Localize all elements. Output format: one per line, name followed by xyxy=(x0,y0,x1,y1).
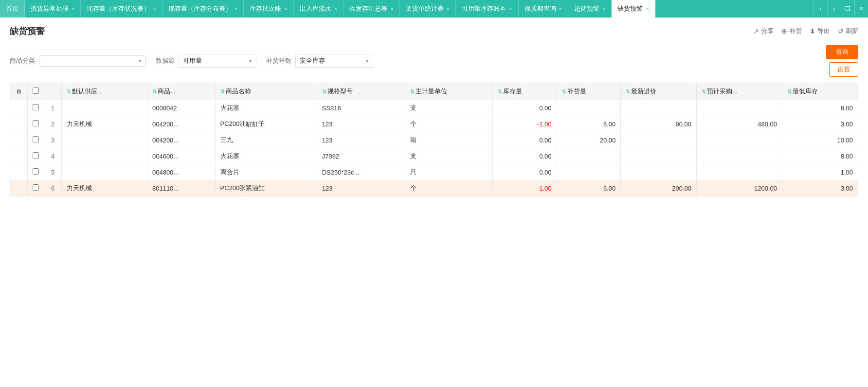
datasource-select[interactable]: 可用量 ▾ xyxy=(179,54,256,68)
tab-bar: 首页拣货异常处理×现存量（库存状况表）×现存量（库存分布表）×库存批次账×出入库… xyxy=(0,0,868,18)
min-stock-column-header[interactable]: ⇅最低库存 xyxy=(782,83,858,100)
min-stock-cell: 8.00 xyxy=(782,100,858,116)
product-code-column-header[interactable]: ⇅商品... xyxy=(147,83,215,100)
settings-button[interactable]: 设置 xyxy=(829,62,858,77)
tab-scroll-right[interactable]: › xyxy=(827,0,841,18)
export-label: 导出 xyxy=(817,27,830,35)
tab-close-inout-flow[interactable]: × xyxy=(334,6,337,12)
datasource-arrow-icon: ▾ xyxy=(249,58,252,64)
est-purchase-column-header[interactable]: ⇅预计采购... xyxy=(697,83,782,100)
tab-close-inventory-status[interactable]: × xyxy=(153,6,156,12)
tab-scroll-left[interactable]: ‹ xyxy=(814,0,827,18)
row-checkbox[interactable] xyxy=(33,168,39,175)
tab-overstock[interactable]: 超储预警× xyxy=(568,0,612,18)
spec-column-header[interactable]: ⇅规格型号 xyxy=(317,83,405,100)
tab-close-batch[interactable]: × xyxy=(284,6,287,12)
select-all-checkbox[interactable] xyxy=(33,88,39,94)
tab-inventory-dist[interactable]: 现存量（库存分布表）× xyxy=(163,0,244,18)
tab-label: 库存批次账 xyxy=(250,4,281,13)
est-purchase-cell xyxy=(697,132,782,148)
unit-cell: 个 xyxy=(405,180,492,196)
rownum-column-header xyxy=(44,83,62,100)
header-row: ⚙ ⇅默认供应... ⇅商品... ⇅商品名称 ⇅规格型号 ⇅主计量单位 ⇅库存… xyxy=(10,83,858,100)
tab-close-overstock[interactable]: × xyxy=(602,6,605,12)
replenish-button[interactable]: ⊕ 补货 xyxy=(781,27,802,35)
latest-price-cell: 200.00 xyxy=(621,180,697,196)
unit-cell: 个 xyxy=(405,116,492,132)
min-stock-cell: 3.00 xyxy=(782,180,858,196)
gear-column-header[interactable]: ⚙ xyxy=(10,83,28,100)
checkbox-column-header[interactable] xyxy=(28,83,44,100)
min-stock-cell: 3.00 xyxy=(782,116,858,132)
export-button[interactable]: ⬇ 导出 xyxy=(810,27,830,35)
datasource-label: 数据源 xyxy=(156,56,175,65)
tab-shortage[interactable]: 缺货预警× xyxy=(612,0,655,18)
tab-inout-flow[interactable]: 出入库流水× xyxy=(294,0,344,18)
tab-label: 缺货预警 xyxy=(617,4,643,13)
tab-close-avail-ledger[interactable]: × xyxy=(509,6,512,12)
product-name-cell: 火花塞 xyxy=(215,148,317,164)
supplier-cell xyxy=(62,132,147,148)
category-select[interactable]: ▾ xyxy=(39,55,146,67)
checkbox-cell[interactable] xyxy=(28,148,44,164)
window-restore-btn[interactable]: ❐ xyxy=(841,0,854,18)
row-checkbox[interactable] xyxy=(33,152,39,158)
row-checkbox[interactable] xyxy=(33,120,39,126)
product-name-cell: 火花塞 xyxy=(215,100,317,116)
product-name-column-header[interactable]: ⇅商品名称 xyxy=(215,83,317,100)
gear-cell xyxy=(10,100,28,116)
row-checkbox[interactable] xyxy=(33,136,39,142)
tab-close-exception[interactable]: × xyxy=(72,6,74,12)
tab-close-order-stats[interactable]: × xyxy=(447,6,450,12)
latest-price-cell xyxy=(621,148,697,164)
tab-close-recv-summary[interactable]: × xyxy=(390,6,393,12)
checkbox-cell[interactable] xyxy=(28,100,44,116)
product-code-cell: 004200... xyxy=(147,132,215,148)
supplier-column-header[interactable]: ⇅默认供应... xyxy=(62,83,147,100)
replenish-basis-filter-group: 补货基数 安全库存 ▾ xyxy=(266,54,373,68)
product-name-cell: PC200油缸缸子 xyxy=(215,116,317,132)
window-close-btn[interactable]: × xyxy=(854,0,868,18)
tab-label: 可用量库存账本 xyxy=(462,4,506,13)
tab-exception[interactable]: 拣货异常处理× xyxy=(25,0,81,18)
supplier-cell: 力天机械 xyxy=(62,180,147,196)
replenish-basis-select[interactable]: 安全库存 ▾ xyxy=(295,54,373,68)
stock-cell: 0.00 xyxy=(492,148,557,164)
refresh-button[interactable]: ↺ 刷新 xyxy=(838,27,858,35)
checkbox-cell[interactable] xyxy=(28,132,44,148)
tab-inventory-status[interactable]: 现存量（库存状况表）× xyxy=(81,0,162,18)
tab-close-inventory-dist[interactable]: × xyxy=(235,6,237,12)
tab-close-expiry-query[interactable]: × xyxy=(559,6,562,12)
latest-price-column-header[interactable]: ⇅最新进价 xyxy=(621,83,697,100)
query-button[interactable]: 查询 xyxy=(826,45,858,59)
replenish-qty-cell xyxy=(557,164,621,180)
stock-cell: 0.00 xyxy=(492,164,557,180)
checkbox-cell[interactable] xyxy=(28,180,44,196)
row-checkbox[interactable] xyxy=(33,104,39,110)
gear-cell xyxy=(10,148,28,164)
refresh-icon: ↺ xyxy=(838,27,844,35)
tab-expiry-query[interactable]: 保质期查询× xyxy=(519,0,568,18)
est-purchase-cell xyxy=(697,164,782,180)
tab-avail-ledger[interactable]: 可用量库存账本× xyxy=(456,0,518,18)
replenish-basis-arrow-icon: ▾ xyxy=(366,58,369,64)
gear-cell xyxy=(10,116,28,132)
product-code-cell: 801110... xyxy=(147,180,215,196)
table-row: 2 力天机械 004200... PC200油缸缸子 123 个 -1.00 6… xyxy=(10,116,858,132)
tab-order-stats[interactable]: 要货单统计表× xyxy=(400,0,456,18)
tab-close-shortage[interactable]: × xyxy=(646,6,649,12)
unit-column-header[interactable]: ⇅主计量单位 xyxy=(405,83,492,100)
replenish-qty-column-header[interactable]: ⇅补货量 xyxy=(557,83,621,100)
share-button[interactable]: ↗ 分享 xyxy=(753,27,774,35)
tab-home[interactable]: 首页 xyxy=(0,0,25,18)
table-row: 5 004800... 离合片 DS250*23c... 只 0.00 1.00 xyxy=(10,164,858,180)
tab-batch[interactable]: 库存批次账× xyxy=(244,0,293,18)
datasource-value: 可用量 xyxy=(183,56,202,65)
tab-label: 要货单统计表 xyxy=(406,4,444,13)
stock-column-header[interactable]: ⇅库存量 xyxy=(492,83,557,100)
row-checkbox[interactable] xyxy=(33,184,39,191)
tab-recv-summary[interactable]: 收发存汇总表× xyxy=(344,0,399,18)
main-content: 缺货预警 ↗ 分享 ⊕ 补货 ⬇ 导出 ↺ 刷新 商品分类 xyxy=(0,18,868,387)
checkbox-cell[interactable] xyxy=(28,164,44,180)
checkbox-cell[interactable] xyxy=(28,116,44,132)
